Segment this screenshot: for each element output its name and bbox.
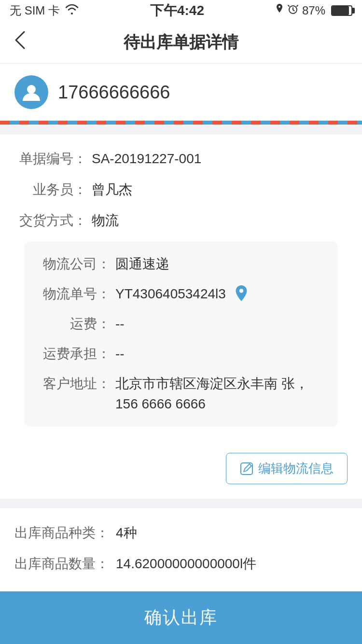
status-time: 下午4:42	[150, 1, 204, 20]
freight-label: 运费：	[36, 314, 111, 334]
delivery-label: 交货方式：	[14, 210, 87, 231]
tracking-label: 物流单号：	[36, 284, 111, 304]
goods-quantity-label: 出库商品数量：	[14, 554, 111, 574]
tracking-location-icon[interactable]	[233, 285, 250, 303]
page-title: 待出库单据详情	[124, 31, 238, 54]
salesman-value: 曾凡杰	[92, 180, 348, 200]
goods-type-label: 出库商品种类：	[14, 523, 111, 543]
alarm-icon	[288, 4, 298, 17]
freight-bearer-label: 运费承担：	[36, 344, 111, 364]
order-no-row: 单据编号： SA-20191227-001	[14, 149, 348, 169]
status-left: 无 SIM 卡	[10, 3, 79, 18]
status-right: 87%	[275, 4, 352, 17]
goods-type-value: 4种	[116, 523, 137, 543]
order-info-section: 单据编号： SA-20191227-001 业务员： 曾凡杰 交货方式： 物流 …	[0, 134, 362, 441]
logistics-company-row: 物流公司： 圆通速递	[36, 254, 326, 274]
avatar	[14, 75, 48, 109]
edit-logistics-button[interactable]: 编辑物流信息	[226, 453, 348, 484]
address-value: 北京市市辖区海淀区永丰南 张，156 6666 6666	[115, 374, 326, 414]
goods-type-row: 出库商品种类： 4种	[14, 523, 348, 543]
address-row: 客户地址： 北京市市辖区海淀区永丰南 张，156 6666 6666	[36, 374, 326, 414]
wifi-icon	[65, 4, 79, 17]
tracking-row: 物流单号： YT43064053424l3	[36, 284, 326, 304]
battery-text: 87%	[302, 4, 325, 17]
freight-bearer-row: 运费承担： --	[36, 344, 326, 364]
customer-phone: 17666666666	[58, 82, 170, 103]
freight-bearer-value: --	[115, 344, 326, 364]
goods-quantity-value: 14.62000000000000l件	[116, 554, 256, 574]
svg-point-1	[27, 85, 36, 94]
order-no-value: SA-20191227-001	[92, 149, 348, 169]
order-no-label: 单据编号：	[14, 149, 87, 169]
tracking-value: YT43064053424l3	[115, 284, 326, 304]
status-bar: 无 SIM 卡 下午4:42 87%	[0, 0, 362, 21]
delivery-row: 交货方式： 物流	[14, 210, 348, 231]
logistics-company-value: 圆通速递	[115, 254, 326, 274]
logistics-company-label: 物流公司：	[36, 254, 111, 274]
carrier-text: 无 SIM 卡	[10, 3, 60, 18]
address-label: 客户地址：	[36, 374, 111, 394]
back-button[interactable]	[14, 31, 25, 54]
freight-value: --	[115, 314, 326, 334]
logistics-card: 物流公司： 圆通速递 物流单号： YT43064053424l3 运费： -- …	[24, 241, 338, 427]
confirm-button[interactable]: 确认出库	[144, 606, 218, 630]
dashed-divider	[0, 121, 362, 125]
section-divider	[0, 499, 362, 508]
confirm-btn-container: 确认出库	[0, 591, 362, 644]
salesman-label: 业务员：	[14, 180, 87, 200]
customer-card: 17666666666	[0, 64, 362, 121]
edit-logistics-row: 编辑物流信息	[0, 441, 362, 499]
location-status-icon	[275, 4, 284, 17]
delivery-value: 物流	[92, 210, 348, 231]
goods-section: 出库商品种类： 4种 出库商品数量： 14.62000000000000l件	[0, 508, 362, 599]
battery-icon	[331, 5, 352, 16]
freight-row: 运费： --	[36, 314, 326, 334]
goods-quantity-row: 出库商品数量： 14.62000000000000l件	[14, 554, 348, 574]
nav-bar: 待出库单据详情	[0, 21, 362, 64]
salesman-row: 业务员： 曾凡杰	[14, 180, 348, 200]
edit-icon	[240, 462, 253, 476]
